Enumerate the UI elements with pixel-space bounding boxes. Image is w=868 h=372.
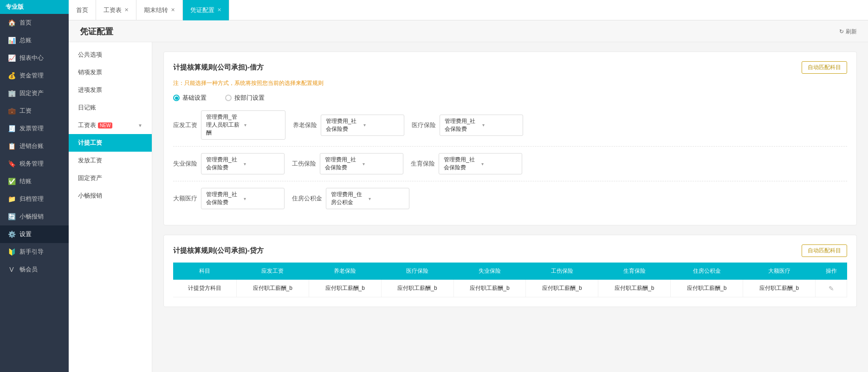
sidebar-item-settings[interactable]: ⚙️设置	[0, 225, 69, 243]
credit-col-养老保险: 养老保险	[309, 263, 381, 280]
sidebar-label-member: 畅会员	[19, 265, 38, 274]
tab-home[interactable]: 首页	[69, 0, 96, 20]
credit-col-应发工资: 应发工资	[236, 263, 309, 280]
sidebar-item-fund-management[interactable]: 💰资金管理	[0, 67, 69, 84]
sidebar-item-new-guide[interactable]: 🔰新手引导	[0, 243, 69, 261]
credit-col-住房公积金: 住房公积金	[671, 263, 743, 280]
debit-form-row-1: 失业保险 管理费用_社会保险费 ▾ 工伤保险 管理费用_社会保险费 ▾ 生育保险…	[173, 153, 847, 174]
sub-item-salary-table-sub[interactable]: 工资表NEW▼	[69, 116, 152, 134]
credit-col-医疗保险: 医疗保险	[381, 263, 453, 280]
debit-select-value-0-2: 管理费用_社会保险费	[445, 117, 480, 133]
debit-form-select-2-1[interactable]: 管理费用_住房公积金 ▾	[326, 188, 409, 209]
debit-form-item-1-1: 工伤保险 管理费用_社会保险费 ▾	[292, 153, 403, 174]
credit-cell-0-5: 应付职工薪酬_b	[526, 280, 598, 297]
sub-item-public-options[interactable]: 公共选项	[69, 46, 152, 64]
sub-item-purchase-invoice[interactable]: 进项发票	[69, 81, 152, 99]
sidebar-item-invoice-management[interactable]: 🧾发票管理	[0, 120, 69, 137]
credit-col-操作: 操作	[816, 263, 847, 280]
credit-action-0[interactable]: ✎	[816, 280, 847, 297]
edit-icon-0[interactable]: ✎	[829, 285, 834, 292]
debit-form-label-0-0: 应发工资	[173, 121, 197, 129]
sidebar-icon-new-guide: 🔰	[7, 248, 16, 256]
arrow-icon-salary-table-sub: ▼	[138, 123, 143, 128]
dropdown-arrow-1-1: ▾	[363, 161, 398, 167]
tab-voucher-config[interactable]: 凭证配置✕	[183, 0, 229, 20]
sub-item-calc-salary[interactable]: 计提工资	[69, 134, 152, 152]
sidebar-item-home[interactable]: 🏠首页	[0, 14, 69, 32]
sidebar-label-salary: 工资	[19, 107, 32, 115]
tab-period-close[interactable]: 期末结转✕	[136, 0, 183, 20]
sidebar-label-archive-management: 归档管理	[19, 195, 44, 203]
sidebar-item-report-center[interactable]: 📈报表中心	[0, 49, 69, 67]
debit-form-label-1-0: 失业保险	[173, 160, 197, 168]
debit-form-select-2-0[interactable]: 管理费用_社会保险费 ▾	[201, 188, 285, 209]
sidebar-item-salary[interactable]: 💼工资	[0, 102, 69, 120]
debit-form-item-0-1: 养老保险 管理费用_社会保险费 ▾	[293, 115, 404, 136]
dropdown-arrow-2-0: ▾	[244, 196, 279, 201]
sidebar-item-settlement[interactable]: ✅结账	[0, 173, 69, 190]
debit-form-item-1-2: 生育保险 管理费用_社会保险费 ▾	[411, 153, 522, 174]
content-wrap: 公共选项销项发票进项发票日记账工资表NEW▼计提工资发放工资固定资产小畅报销 计…	[69, 42, 868, 372]
sidebar-item-fixed-assets[interactable]: 🏢固定资产	[0, 84, 69, 102]
credit-row-0: 计提贷方科目应付职工薪酬_b应付职工薪酬_b应付职工薪酬_b应付职工薪酬_b应付…	[173, 280, 847, 297]
debit-select-value-2-1: 管理费用_住房公积金	[331, 191, 367, 206]
sub-item-xiao-chang-expense[interactable]: 小畅报销	[69, 187, 152, 205]
sidebar-label-invoice-management: 发票管理	[19, 124, 44, 133]
sidebar-label-settings: 设置	[19, 230, 32, 238]
sidebar-icon-xiao-chang-report: 🔄	[7, 213, 16, 220]
radio-basic[interactable]: 基础设置	[173, 94, 207, 102]
debit-divider-1	[173, 181, 847, 181]
debit-form-select-0-1[interactable]: 管理费用_社会保险费 ▾	[321, 115, 404, 136]
sidebar-item-purchase-sales[interactable]: 📋进销台账	[0, 137, 69, 155]
radio-by-dept-circle	[225, 95, 232, 101]
sidebar-icon-tax-management: 🔖	[7, 160, 16, 167]
sub-sidebar: 公共选项销项发票进项发票日记账工资表NEW▼计提工资发放工资固定资产小畅报销	[69, 42, 152, 372]
debit-select-value-2-0: 管理费用_社会保险费	[206, 191, 242, 206]
credit-auto-match-button[interactable]: 自动匹配科目	[802, 244, 847, 257]
debit-form-select-0-0[interactable]: 管理费用_管理人员职工薪酬 ▾	[201, 110, 285, 140]
radio-by-dept-label: 按部门设置	[234, 94, 265, 102]
sub-item-fixed-assets-sub[interactable]: 固定资产	[69, 169, 152, 187]
tab-close-period-close[interactable]: ✕	[171, 7, 175, 13]
sidebar-item-archive-management[interactable]: 📁归档管理	[0, 190, 69, 208]
sub-item-pay-salary[interactable]: 发放工资	[69, 152, 152, 169]
sub-item-label-fixed-assets-sub: 固定资产	[78, 174, 102, 182]
tab-label-period-close: 期末结转	[144, 6, 168, 14]
dropdown-arrow-1-0: ▾	[244, 161, 279, 167]
credit-col-失业保险: 失业保险	[453, 263, 526, 280]
debit-notice: 注：只能选择一种方式，系统将按照您当前的选择来配置规则	[173, 79, 847, 87]
debit-select-value-0-1: 管理费用_社会保险费	[326, 117, 362, 133]
sidebar-icon-settlement: ✅	[7, 178, 16, 185]
sidebar-icon-report-center: 📈	[7, 54, 16, 62]
radio-by-dept[interactable]: 按部门设置	[225, 94, 265, 102]
debit-form-select-1-0[interactable]: 管理费用_社会保险费 ▾	[201, 153, 285, 174]
credit-col-科目: 科目	[173, 263, 236, 280]
debit-form-label-2-0: 大额医疗	[173, 194, 197, 203]
debit-form-label-0-1: 养老保险	[293, 121, 317, 129]
sub-item-journal[interactable]: 日记账	[69, 99, 152, 116]
debit-select-value-1-2: 管理费用_社会保险费	[444, 156, 479, 172]
sidebar-icon-invoice-management: 🧾	[7, 125, 16, 132]
sidebar-icon-fixed-assets: 🏢	[7, 90, 16, 97]
sidebar-label-home: 首页	[19, 19, 32, 27]
debit-select-value-0-0: 管理费用_管理人员职工薪酬	[206, 113, 242, 137]
sidebar-item-xiao-chang-report[interactable]: 🔄小畅报销	[0, 208, 69, 225]
debit-form-select-0-2[interactable]: 管理费用_社会保险费 ▾	[440, 115, 523, 136]
tab-label-voucher-config: 凭证配置	[190, 6, 214, 14]
tab-close-voucher-config[interactable]: ✕	[217, 7, 221, 13]
tab-salary-table[interactable]: 工资表✕	[96, 0, 136, 20]
debit-form-label-1-2: 生育保险	[411, 160, 435, 168]
credit-cell-0-7: 应付职工薪酬_b	[671, 280, 743, 297]
debit-form-select-1-1[interactable]: 管理费用_社会保险费 ▾	[320, 153, 403, 174]
debit-form-select-1-2[interactable]: 管理费用_社会保险费 ▾	[439, 153, 522, 174]
credit-cell-0-0: 计提贷方科目	[173, 280, 236, 297]
credit-section-title: 计提核算规则(公司承担)-贷方	[173, 246, 264, 255]
sidebar-item-general-ledger[interactable]: 📊总账	[0, 32, 69, 49]
debit-auto-match-button[interactable]: 自动匹配科目	[802, 61, 847, 74]
sidebar-item-member[interactable]: V畅会员	[0, 261, 69, 278]
refresh-button[interactable]: ↻ 刷新	[839, 28, 857, 36]
tab-close-salary-table[interactable]: ✕	[124, 7, 129, 13]
sidebar-item-tax-management[interactable]: 🔖税务管理	[0, 155, 69, 173]
sub-item-sales-invoice[interactable]: 销项发票	[69, 64, 152, 81]
sidebar-icon-fund-management: 💰	[7, 72, 16, 79]
